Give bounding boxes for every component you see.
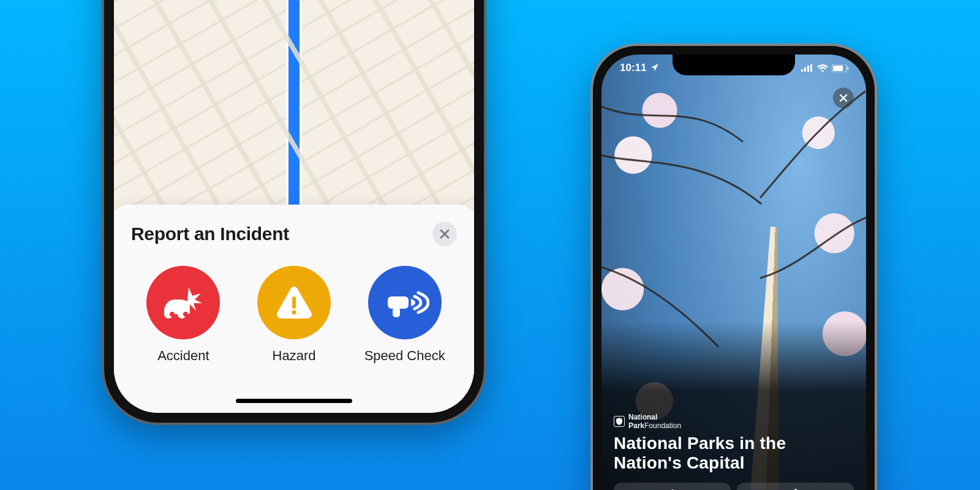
svg-rect-12 (847, 67, 849, 70)
crash-icon (146, 266, 220, 339)
close-icon (439, 228, 450, 239)
guide-title: National Parks in the Nation's Capital (614, 434, 854, 473)
option-label: Hazard (273, 348, 316, 364)
status-time: 10:11 (620, 62, 659, 74)
screen-right: 10:11 (601, 55, 866, 490)
location-arrow-icon (650, 63, 659, 72)
incident-options: Accident Hazard (127, 266, 461, 364)
svg-rect-5 (393, 307, 400, 317)
cellular-icon (801, 64, 813, 72)
save-guide-button[interactable]: Save Guide (614, 483, 731, 490)
option-speed-check[interactable]: Speed Check (352, 266, 457, 364)
report-incident-sheet: Report an Incident (114, 205, 474, 413)
screen-left: Report an Incident (114, 0, 474, 413)
svg-point-1 (183, 312, 188, 317)
svg-rect-4 (388, 296, 409, 309)
sheet-title: Report an Incident (131, 224, 289, 244)
status-time-text: 10:11 (620, 62, 646, 74)
option-accident[interactable]: Accident (131, 266, 236, 364)
close-button[interactable] (432, 222, 457, 246)
option-hazard[interactable]: Hazard (242, 266, 347, 364)
option-label: Accident (157, 348, 209, 364)
wifi-icon (817, 64, 828, 72)
svg-rect-2 (292, 296, 296, 309)
speed-gun-icon (368, 266, 442, 339)
home-indicator[interactable] (236, 399, 352, 403)
publisher-logo-text: NationalParkFoundation (628, 413, 681, 430)
svg-rect-8 (807, 66, 809, 72)
svg-rect-6 (801, 69, 803, 72)
shield-icon (614, 416, 625, 427)
phone-frame-left: Report an Incident (104, 0, 484, 423)
phone-frame-right: 10:11 (593, 46, 875, 490)
map-view[interactable] (114, 0, 474, 211)
map-route-line (288, 0, 300, 211)
warning-icon (257, 266, 331, 339)
svg-point-0 (170, 312, 175, 317)
guide-card: NationalParkFoundation National Parks in… (601, 321, 866, 490)
map-park (114, 0, 277, 9)
close-icon (839, 94, 848, 102)
svg-rect-7 (804, 67, 806, 72)
option-label: Speed Check (364, 348, 445, 364)
close-button[interactable] (833, 88, 854, 108)
svg-rect-11 (833, 66, 843, 71)
svg-point-3 (292, 310, 296, 314)
share-button[interactable]: Share (737, 483, 854, 490)
svg-rect-9 (810, 64, 812, 72)
notch (673, 55, 795, 75)
battery-icon (832, 64, 849, 72)
publisher-logo: NationalParkFoundation (614, 413, 854, 430)
